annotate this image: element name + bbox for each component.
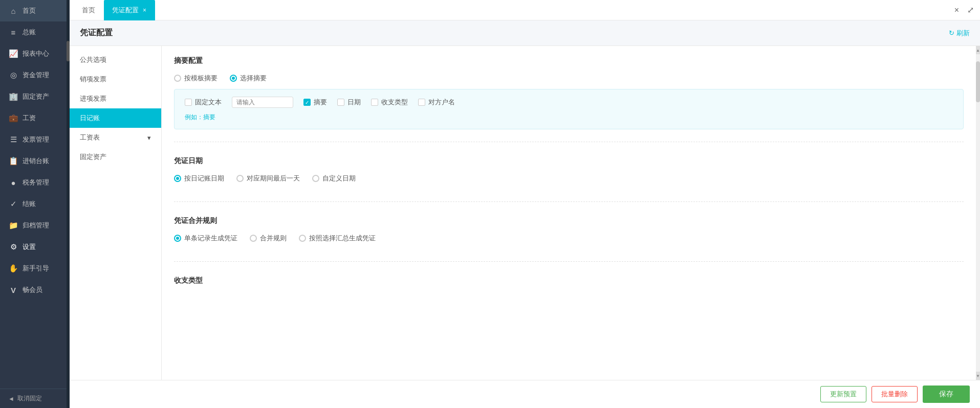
refresh-label: 刷新 bbox=[956, 29, 970, 38]
left-nav-fixed-label: 固定资产 bbox=[80, 152, 106, 162]
sidebar-item-guide[interactable]: ✋ 新手引导 bbox=[0, 258, 67, 279]
radio-journal-date[interactable]: 按日记账日期 bbox=[174, 174, 224, 183]
scrollbar-thumb[interactable] bbox=[976, 61, 980, 102]
left-nav-purchase[interactable]: 进项发票 bbox=[70, 89, 161, 108]
checkbox-summary[interactable]: ✓ 摘要 bbox=[303, 98, 327, 107]
scrollbar-top-arrow[interactable]: ▲ bbox=[976, 46, 980, 54]
pin-label: 取消固定 bbox=[17, 394, 42, 403]
radio-journal-date-circle bbox=[174, 175, 181, 182]
tab-voucher-config[interactable]: 凭证配置 × bbox=[104, 0, 155, 20]
sidebar-item-close[interactable]: ✓ 结账 bbox=[0, 193, 67, 215]
update-preview-button[interactable]: 更新预置 bbox=[820, 386, 866, 402]
radio-select-label: 选择摘要 bbox=[240, 74, 267, 83]
radio-template-abstract[interactable]: 按模板摘要 bbox=[174, 74, 217, 83]
radio-single-label: 单条记录生成凭证 bbox=[184, 234, 237, 243]
radio-merge-rule[interactable]: 合并规则 bbox=[250, 234, 287, 243]
tab-home[interactable]: 首页 bbox=[74, 0, 104, 20]
abstract-checkbox-group: 固定文本 ✓ 摘要 日期 收支类型 bbox=[174, 89, 964, 129]
checkbox-income-type-label: 收支类型 bbox=[381, 98, 408, 107]
radio-single[interactable]: 单条记录生成凭证 bbox=[174, 234, 237, 243]
left-nav-payroll-label: 工资表 bbox=[80, 133, 100, 142]
restore-button[interactable]: ⤢ bbox=[965, 3, 976, 17]
right-scrollbar[interactable]: ▲ ▼ bbox=[976, 46, 980, 380]
left-nav-public[interactable]: 公共选项 bbox=[70, 50, 161, 70]
radio-select-abstract[interactable]: 选择摘要 bbox=[230, 74, 267, 83]
save-button[interactable]: 保存 bbox=[923, 386, 970, 403]
tax-icon: ● bbox=[8, 178, 18, 187]
capital-icon: ◎ bbox=[8, 71, 18, 80]
date-radio-group: 按日记账日期 对应期间最后一天 自定义日期 bbox=[174, 174, 964, 183]
merge-section-title: 凭证合并规则 bbox=[174, 216, 964, 225]
scrollbar-bottom-arrow[interactable]: ▼ bbox=[976, 372, 980, 380]
radio-last-day-circle bbox=[236, 175, 244, 182]
checkbox-fixed-text[interactable]: 固定文本 bbox=[185, 98, 222, 107]
checkbox-income-type[interactable]: 收支类型 bbox=[371, 98, 408, 107]
sidebar-item-capital[interactable]: ◎ 资金管理 bbox=[0, 64, 67, 86]
refresh-button[interactable]: ↻ 刷新 bbox=[949, 29, 970, 38]
sidebar-item-ledger[interactable]: ≡ 总账 bbox=[0, 21, 67, 43]
tab-actions: × ⤢ bbox=[952, 3, 976, 17]
sidebar-item-assets[interactable]: 🏢 固定资产 bbox=[0, 86, 67, 107]
journal-icon: 📋 bbox=[8, 156, 18, 166]
checkbox-counterpart-box bbox=[418, 99, 425, 106]
radio-select-total-circle bbox=[299, 235, 306, 242]
left-nav-payroll[interactable]: 工资表 ▾ bbox=[70, 128, 161, 147]
date-section-title: 凭证日期 bbox=[174, 156, 964, 166]
left-nav-journal[interactable]: 日记账 bbox=[70, 108, 161, 128]
income-type-section-title: 收支类型 bbox=[174, 276, 964, 285]
sidebar-item-label: 报表中心 bbox=[23, 49, 49, 58]
page-title: 凭证配置 bbox=[80, 28, 113, 38]
sidebar-item-label: 进销台账 bbox=[23, 156, 49, 166]
batch-delete-button[interactable]: 批量删除 bbox=[872, 386, 918, 402]
sidebar-item-tax[interactable]: ● 税务管理 bbox=[0, 172, 67, 193]
checkbox-row: 固定文本 ✓ 摘要 日期 收支类型 bbox=[185, 97, 953, 108]
sidebar-pin-toggle[interactable]: ◄ 取消固定 bbox=[0, 389, 67, 408]
sidebar-item-journal[interactable]: 📋 进销台账 bbox=[0, 150, 67, 172]
sidebar-item-home[interactable]: ⌂ 首页 bbox=[0, 0, 67, 21]
sidebar-item-label: 畅会员 bbox=[23, 285, 42, 294]
sidebar-item-settings[interactable]: ⚙ 设置 bbox=[0, 236, 67, 258]
sidebar-item-invoice[interactable]: ☰ 发票管理 bbox=[0, 129, 67, 150]
guide-icon: ✋ bbox=[8, 264, 18, 273]
radio-merge-rule-label: 合并规则 bbox=[260, 234, 287, 243]
invoice-icon: ☰ bbox=[8, 135, 18, 144]
minimize-button[interactable]: × bbox=[952, 4, 961, 17]
sidebar-item-label: 固定资产 bbox=[23, 92, 49, 101]
sidebar-item-archive[interactable]: 📁 归档管理 bbox=[0, 215, 67, 236]
sidebar-item-label: 结账 bbox=[23, 199, 36, 209]
sidebar-item-report[interactable]: 📈 报表中心 bbox=[0, 43, 67, 64]
fixed-text-input[interactable] bbox=[232, 97, 293, 108]
left-nav: 公共选项 销项发票 进项发票 日记账 工资表 ▾ 固定资产 bbox=[70, 46, 162, 380]
checkbox-date[interactable]: 日期 bbox=[337, 98, 361, 107]
sidebar-item-label: 工资 bbox=[23, 114, 36, 123]
tab-close-icon[interactable]: × bbox=[143, 7, 146, 14]
checkbox-counterpart[interactable]: 对方户名 bbox=[418, 98, 455, 107]
checkbox-date-label: 日期 bbox=[347, 98, 361, 107]
date-section: 凭证日期 按日记账日期 对应期间最后一天 自定义日期 bbox=[174, 156, 964, 202]
left-nav-purchase-label: 进项发票 bbox=[80, 94, 106, 103]
left-nav-sales[interactable]: 销项发票 bbox=[70, 70, 161, 89]
merge-radio-group: 单条记录生成凭证 合并规则 按照选择汇总生成凭证 bbox=[174, 234, 964, 243]
checkbox-fixed-text-box bbox=[185, 99, 192, 106]
assets-icon: 🏢 bbox=[8, 92, 18, 101]
page-header: 凭证配置 ↻ 刷新 bbox=[70, 20, 980, 46]
checkbox-income-type-box bbox=[371, 99, 378, 106]
close-accounts-icon: ✓ bbox=[8, 199, 18, 209]
radio-select-total[interactable]: 按照选择汇总生成凭证 bbox=[299, 234, 376, 243]
checkbox-summary-box: ✓ bbox=[303, 99, 311, 106]
radio-last-day[interactable]: 对应期间最后一天 bbox=[236, 174, 300, 183]
checkbox-summary-label: 摘要 bbox=[314, 98, 327, 107]
sidebar-item-vip[interactable]: V 畅会员 bbox=[0, 279, 67, 301]
radio-last-day-label: 对应期间最后一天 bbox=[247, 174, 300, 183]
settings-icon: ⚙ bbox=[8, 242, 18, 252]
left-nav-fixed[interactable]: 固定资产 bbox=[70, 147, 161, 167]
report-icon: 📈 bbox=[8, 49, 18, 58]
checkbox-fixed-text-label: 固定文本 bbox=[195, 98, 222, 107]
sidebar-item-label: 首页 bbox=[23, 6, 36, 15]
radio-custom-date[interactable]: 自定义日期 bbox=[312, 174, 356, 183]
radio-merge-rule-circle bbox=[250, 235, 257, 242]
sidebar-item-salary[interactable]: 💼 工资 bbox=[0, 107, 67, 129]
sidebar-item-label: 发票管理 bbox=[23, 135, 49, 144]
radio-custom-date-circle bbox=[312, 175, 319, 182]
main-area: 首页 凭证配置 × × ⤢ 凭证配置 ↻ 刷新 公共选项 销项发票 进项 bbox=[70, 0, 980, 408]
